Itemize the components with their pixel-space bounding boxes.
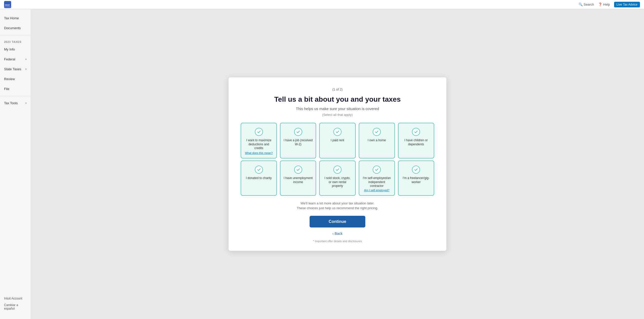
sidebar-item-tax-home[interactable]: Tax Home <box>0 13 31 23</box>
sidebar-divider-2 <box>0 96 31 96</box>
checkmark-svg-home <box>374 130 379 134</box>
continue-button[interactable]: Continue <box>310 216 365 227</box>
option-charity[interactable]: I donated to charity <box>241 161 277 196</box>
option-label-job: I have a job (received W-2) <box>283 138 313 146</box>
top-nav: intuit turbotax 🔍 Search ❓ Help Live Tax… <box>0 0 644 9</box>
sidebar-item-intuit-account[interactable]: Intuit Account <box>4 295 27 302</box>
modal-step: (1 of 2) <box>241 87 434 91</box>
search-nav-link[interactable]: 🔍 Search <box>579 3 594 6</box>
modal-title: Tell us a bit about you and your taxes <box>241 95 434 103</box>
option-freelancer[interactable]: I'm a freelancer/gig-worker <box>398 161 434 196</box>
option-label-unemployment: I have unemployment income <box>283 176 313 184</box>
federal-label: Federal <box>4 57 15 61</box>
sidebar-top: Tax Home Documents 2023 TAXES My Info Fe… <box>0 13 31 292</box>
option-label-stock: I sold stock, crypto, or own rental prop… <box>323 176 352 188</box>
help-label: Help <box>603 3 610 6</box>
option-label-charity: I donated to charity <box>246 176 272 180</box>
file-label: File <box>4 87 9 91</box>
check-icon-stock <box>333 166 342 174</box>
my-info-label: My Info <box>4 47 15 51</box>
live-tax-button[interactable]: Live Tax Advice <box>614 2 640 7</box>
tax-tools-label: Tax Tools <box>4 101 18 105</box>
check-icon-maximize <box>255 128 263 136</box>
options-row-1: I want to maximize deductions and credit… <box>241 123 434 158</box>
back-label: Back <box>335 232 343 236</box>
option-own-home[interactable]: I own a home <box>359 123 395 158</box>
tax-home-label: Tax Home <box>4 16 19 20</box>
option-label-children: I have children or dependents <box>402 138 431 146</box>
checkmark-svg-stock <box>335 167 340 172</box>
disclosures-link[interactable]: * Important offer details and disclosure… <box>241 240 434 243</box>
option-label-home: I own a home <box>368 138 386 143</box>
help-nav-link[interactable]: ❓ Help <box>598 3 610 6</box>
federal-chevron: ▾ <box>25 58 27 61</box>
tax-tools-chevron: ▾ <box>25 102 27 104</box>
svg-text:turbotax: turbotax <box>5 6 11 8</box>
check-icon-job <box>294 128 302 136</box>
sidebar: Tax Home Documents 2023 TAXES My Info Fe… <box>0 9 31 319</box>
turbotax-logo[interactable]: intuit turbotax <box>4 1 11 8</box>
option-sold-stock[interactable]: I sold stock, crypto, or own rental prop… <box>319 161 355 196</box>
documents-label: Documents <box>4 26 21 30</box>
footer-line-1: We'll learn a lot more about your tax si… <box>241 201 434 206</box>
check-icon-self-employed <box>373 166 381 174</box>
nav-right: 🔍 Search ❓ Help Live Tax Advice <box>579 2 640 7</box>
option-self-employed[interactable]: I'm self-employed/an independent contrac… <box>359 161 395 196</box>
sidebar-item-tax-tools[interactable]: Tax Tools ▾ <box>0 98 31 108</box>
checkmark-svg <box>257 130 261 134</box>
modal-select-hint: (Select all that apply) <box>241 113 434 117</box>
sidebar-item-my-info[interactable]: My Info <box>0 44 31 54</box>
option-label-maximize: I want to maximize deductions and credit… <box>244 138 273 150</box>
back-chevron-icon: ‹ <box>332 232 334 236</box>
back-link[interactable]: ‹ Back <box>241 232 434 236</box>
search-label: Search <box>584 3 594 6</box>
check-icon-unemployment <box>294 166 302 174</box>
option-children[interactable]: I have children or dependents <box>398 123 434 158</box>
main-content: (1 of 2) Tell us a bit about you and you… <box>31 9 644 319</box>
check-icon-freelancer <box>412 166 420 174</box>
sidebar-bottom: Intuit Account Cambiar a español <box>0 292 31 315</box>
sidebar-item-federal[interactable]: Federal ▾ <box>0 54 31 64</box>
sidebar-item-cambiar-espanol[interactable]: Cambiar a español <box>4 302 27 312</box>
search-icon: 🔍 <box>579 3 583 6</box>
option-maximize-deductions[interactable]: I want to maximize deductions and credit… <box>241 123 277 158</box>
check-icon-children <box>412 128 420 136</box>
option-have-job[interactable]: I have a job (received W-2) <box>280 123 316 158</box>
modal-footer-text: We'll learn a lot more about your tax si… <box>241 201 434 211</box>
option-paid-rent[interactable]: I paid rent <box>319 123 355 158</box>
option-label-rent: I paid rent <box>331 138 344 143</box>
checkmark-svg-charity <box>257 167 261 172</box>
checkmark-svg-rent <box>335 130 340 134</box>
checkmark-svg-unemployment <box>296 167 300 172</box>
sidebar-item-state-taxes[interactable]: State Taxes ▾ <box>0 64 31 74</box>
sidebar-item-review[interactable]: Review <box>0 74 31 84</box>
checkmark-svg-self-employed <box>374 167 379 172</box>
check-icon-rent <box>333 128 342 136</box>
option-link-self-employed[interactable]: Am I self employed? <box>364 189 389 192</box>
option-label-freelancer: I'm a freelancer/gig-worker <box>402 176 431 184</box>
modal-subtitle: This helps us make sure your situation i… <box>241 107 434 111</box>
option-label-self-employed: I'm self-employed/an independent contrac… <box>362 176 391 188</box>
options-row-2: I donated to charity I have unemployment… <box>241 161 434 196</box>
footer-line-2: These choices just help us recommend the… <box>241 206 434 211</box>
review-label: Review <box>4 77 15 81</box>
logo-area: intuit turbotax <box>4 1 11 8</box>
check-icon-home <box>373 128 381 136</box>
state-taxes-chevron: ▾ <box>25 68 27 70</box>
option-link-maximize[interactable]: What does this mean? <box>245 151 273 154</box>
state-taxes-label: State Taxes <box>4 67 21 71</box>
check-icon-charity <box>255 166 263 174</box>
turbotax-logo-icon: intuit turbotax <box>4 1 11 8</box>
sidebar-item-documents[interactable]: Documents <box>0 23 31 33</box>
help-icon: ❓ <box>598 3 602 6</box>
sidebar-divider <box>0 35 31 35</box>
checkmark-svg-children <box>414 130 418 134</box>
layout: Tax Home Documents 2023 TAXES My Info Fe… <box>0 9 644 319</box>
sidebar-item-file[interactable]: File <box>0 84 31 94</box>
modal-card: (1 of 2) Tell us a bit about you and you… <box>229 77 446 251</box>
option-unemployment[interactable]: I have unemployment income <box>280 161 316 196</box>
checkmark-svg-freelancer <box>414 167 418 172</box>
sidebar-section-label: 2023 TAXES <box>0 37 31 44</box>
checkmark-svg-job <box>296 130 300 134</box>
